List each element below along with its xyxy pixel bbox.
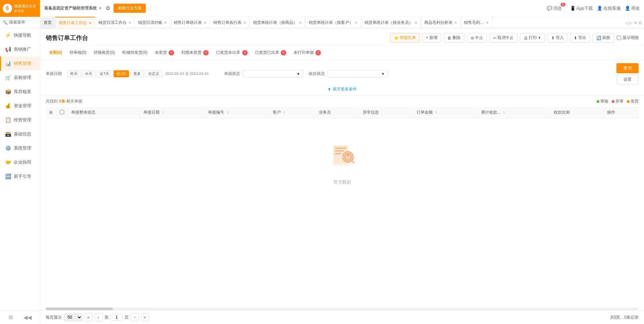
date-btn-1month[interactable]: 近1月 <box>114 70 129 77</box>
tab-close-icon[interactable]: ✕ <box>243 21 246 25</box>
col-abnormal[interactable]: 异常信息 <box>359 107 413 118</box>
sidebar-search[interactable]: 🔍 搜索菜单 <box>0 17 40 28</box>
tab-home[interactable]: 首页 <box>40 17 55 29</box>
tab-close-icon[interactable]: ✕ <box>415 21 417 25</box>
page-number-input[interactable] <box>111 314 123 321</box>
topbar-gear-icon[interactable]: ⚙ <box>105 5 110 11</box>
sub-tab-unprinted[interactable]: 未打印单据 0 <box>290 48 324 57</box>
import-btn[interactable]: ⬆ 导入 <box>548 33 567 43</box>
app-download-btn[interactable]: 📱 App下载 <box>570 5 593 11</box>
user-btn[interactable]: 👤 用友 <box>625 5 640 11</box>
last-page-btn[interactable]: » <box>141 313 149 321</box>
action-review[interactable]: 审核 <box>597 98 608 104</box>
refresh-btn[interactable]: 🔄 刷新 <box>593 33 614 43</box>
tab-close-icon[interactable]: ✕ <box>128 21 131 25</box>
next-page-btn[interactable]: › <box>131 313 139 321</box>
print-btn[interactable]: 🖨 打印 ▼ <box>520 33 545 43</box>
sidebar-item-system[interactable]: ⚙️ 系统管理 <box>0 141 40 155</box>
sub-tab-shipped-out[interactable]: 已发货已出库 0 <box>252 48 290 57</box>
sidebar-item-guide[interactable]: 🆕 新手引导 <box>0 169 40 184</box>
new-btn[interactable]: + 新增 <box>422 33 441 43</box>
sub-tab-shipped-no-out[interactable]: 已发货未出库 0 <box>213 48 251 57</box>
status-select[interactable]: ▼ <box>243 70 303 78</box>
col-customer[interactable]: 客户 ⇅ <box>269 107 315 118</box>
tab-close-icon[interactable]: ✕ <box>299 21 302 25</box>
tab-close-icon[interactable]: ✕ <box>164 21 167 25</box>
tab-sales-workbench[interactable]: 销售订单工作台 ✕ <box>55 17 95 29</box>
query-btn[interactable]: 查询 <box>616 63 639 73</box>
filter-expand[interactable]: ▼ 展开更多条件 <box>46 86 639 92</box>
select-all-checkbox[interactable] <box>60 110 64 114</box>
tab-close-icon[interactable]: ✕ <box>204 21 206 25</box>
col-ratio[interactable]: 收款比例 <box>550 107 603 118</box>
tab-customer-stats[interactable]: 销货单统计表（按客户） ✕ <box>305 17 361 29</box>
smart-gen-btn[interactable]: ⭐ 智能生单 <box>390 33 420 43</box>
cancel-stop-btn[interactable]: ↩ 取消中止 <box>489 33 517 43</box>
tab-daily-clear[interactable]: 钱货日清工作台 ✕ <box>95 17 135 29</box>
table-scroll[interactable]: ⚙ 单据整体状态 单据日期 ⇅ <box>46 107 639 308</box>
sub-tab-all[interactable]: 全部(0) <box>46 48 66 57</box>
tab-stats[interactable]: 销售订单统计表 ✕ <box>170 17 210 29</box>
tab-scroll-right-icon[interactable]: ▷ <box>630 21 633 25</box>
payment-select[interactable]: ▼ <box>328 70 388 78</box>
stop-btn[interactable]: ⊘ 中止 <box>467 33 487 43</box>
industry-btn[interactable]: 体验行业方案 <box>114 4 146 13</box>
sidebar-item-marketing[interactable]: 📢 营销推广 <box>0 42 40 56</box>
col-salesperson[interactable]: 业务员 <box>315 107 359 118</box>
sidebar-item-enterprise[interactable]: 🤝 企业协同 <box>0 155 40 169</box>
scrollbar-thumb[interactable] <box>46 308 113 310</box>
tab-staff-stats[interactable]: 销货单统计表（按业务员） ✕ <box>361 17 421 29</box>
tab-product-stats[interactable]: 销货单统计表（按商品） ✕ <box>250 17 305 29</box>
filter-setting-btn[interactable]: 设置 <box>616 75 639 84</box>
delete-btn[interactable]: 🗑 删除 <box>444 33 464 43</box>
sidebar-item-sales[interactable]: 📊 销售管理 <box>0 56 40 71</box>
export-btn[interactable]: ⬇ 导出 <box>570 33 590 43</box>
col-number[interactable]: 单据编号 ⇅ <box>205 107 269 118</box>
tab-sales-margin[interactable]: 销售毛利… ✕ <box>461 17 492 29</box>
tab-close-all-icon[interactable]: ✕ <box>634 21 637 25</box>
tab-close-icon[interactable]: ✕ <box>355 21 357 25</box>
tab-close-icon[interactable]: ✕ <box>454 21 457 25</box>
online-service-btn[interactable]: 👤 在线客服 <box>597 5 621 11</box>
col-amount[interactable]: 订单金额 ⇅ <box>413 107 477 118</box>
col-status[interactable]: 单据整体状态 <box>68 107 140 118</box>
action-cancel-review[interactable]: 弃审 <box>612 98 624 104</box>
action-ship[interactable]: 发货 <box>627 98 639 104</box>
tab-margin[interactable]: 商品毛利分析表 ✕ <box>421 17 461 29</box>
date-btn-7days[interactable]: 近7天 <box>97 70 112 77</box>
tab-exec[interactable]: 销售订单执行表 ✕ <box>210 17 250 29</box>
sidebar-item-operations[interactable]: 📋 经营管理 <box>0 113 40 127</box>
date-btn-yesterday[interactable]: 昨天 <box>67 70 81 77</box>
col-date[interactable]: 单据日期 ⇅ <box>140 107 204 118</box>
system-title[interactable]: 装备及固定资产辅助管理系统 ▼ <box>44 5 102 11</box>
show-detail-label[interactable]: 显示明细 <box>617 35 639 41</box>
sub-tab-overdue-ship[interactable]: 到期未发货 0 <box>178 48 212 57</box>
sidebar-item-basic[interactable]: 🗃️ 基础信息 <box>0 127 40 141</box>
tab-maximize-icon[interactable]: ⊡ <box>639 21 642 25</box>
sub-tab-pending-check[interactable]: 待拣验货(0) <box>90 48 118 57</box>
sidebar-settings-icon[interactable]: ⚙ <box>8 314 13 321</box>
date-btn-more[interactable]: 更多 <box>130 70 144 77</box>
prev-page-btn[interactable]: ‹ <box>94 313 102 321</box>
sidebar-collapse-icon[interactable]: ◀◀ <box>24 314 32 321</box>
sidebar-item-finance[interactable]: 💰 资金管理 <box>0 99 40 113</box>
horizontal-scrollbar[interactable] <box>46 308 639 310</box>
first-page-btn[interactable]: « <box>84 313 92 321</box>
tab-scroll-left-icon[interactable]: ◁ <box>625 21 628 25</box>
sidebar-item-quick-nav[interactable]: ⚡ 快捷导航 <box>0 28 40 42</box>
sidebar-item-inventory[interactable]: 📦 库存核算 <box>0 85 40 99</box>
col-settings[interactable]: ⚙ <box>46 107 56 118</box>
sub-tab-pending-review[interactable]: 待审核(0) <box>66 48 90 57</box>
message-btn[interactable]: 💬 6 消息 <box>547 5 562 11</box>
sub-tab-wangpu[interactable]: 旺铺待发货(0) <box>119 48 151 57</box>
tab-close-icon[interactable]: ✕ <box>89 21 91 25</box>
tab-reconcile[interactable]: 钱货日清对账 ✕ <box>135 17 170 29</box>
page-size-select[interactable]: 50 20 100 200 <box>64 314 82 321</box>
col-collected[interactable]: 累计收款... ⇅ <box>478 107 550 118</box>
sidebar-item-purchase[interactable]: 🛒 采购管理 <box>0 71 40 85</box>
show-detail-checkbox[interactable] <box>617 36 621 40</box>
date-btn-today[interactable]: 今天 <box>82 70 95 77</box>
date-btn-custom[interactable]: 自定义 <box>145 70 162 77</box>
tab-close-icon[interactable]: ✕ <box>486 21 488 25</box>
sub-tab-unshipped[interactable]: 未发货 0 <box>152 48 177 57</box>
